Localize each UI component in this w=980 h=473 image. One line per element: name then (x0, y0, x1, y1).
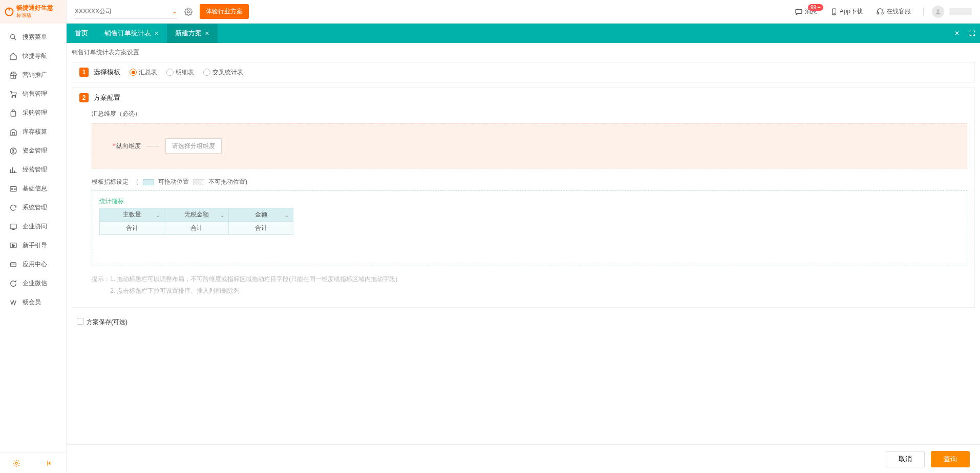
company-selector[interactable]: XXXXXX公司 ⌄ (75, 5, 177, 19)
sidebar-item-label: 销售管理 (23, 90, 47, 98)
svg-rect-13 (11, 263, 16, 267)
radio-dot-icon (130, 69, 137, 76)
step1-card: 1 选择模板 汇总表明细表交叉统计表 (72, 62, 975, 82)
sidebar-item-label: 系统管理 (23, 203, 47, 212)
tab[interactable]: 新建方案✕ (167, 24, 218, 43)
nondraggable-swatch (193, 179, 204, 185)
save-scheme-label: 方案保存(可选) (87, 318, 127, 327)
template-radio-1[interactable]: 明细表 (166, 68, 194, 77)
sidebar-item-0[interactable]: 搜索菜单 (0, 28, 66, 47)
sidebar-item-5[interactable]: 库存核算 (0, 122, 66, 141)
sidebar-item-8[interactable]: 基础信息 (0, 179, 66, 198)
svg-point-14 (15, 462, 17, 464)
radio-dot-icon (166, 69, 174, 76)
tab[interactable]: 首页 (67, 24, 96, 43)
hint-line-0: 提示：1. 拖动标题栏可以调整布局，不可跨维度或指标区域拖动栏目字段(只能在同一… (92, 273, 967, 285)
phone-icon (830, 8, 838, 16)
stat-column-header-0[interactable]: 主数量⌄ (100, 208, 164, 222)
step2-label: 方案配置 (94, 93, 120, 102)
tab-label: 首页 (75, 29, 88, 38)
message-icon (795, 8, 803, 16)
app-download-label: App下载 (840, 7, 863, 16)
close-icon[interactable]: ✕ (154, 30, 159, 37)
sidebar-item-9[interactable]: 系统管理 (0, 198, 66, 217)
gift-icon (9, 71, 17, 79)
brand-logo: 畅捷通好生意 标准版 (0, 0, 66, 24)
online-service-label: 在线客服 (886, 7, 911, 16)
sidebar-item-7[interactable]: 经营管理 (0, 160, 66, 179)
sidebar-item-10[interactable]: 企业协同 (0, 217, 66, 236)
dimension-placeholder: 请选择分组维度 (172, 142, 215, 150)
svg-point-10 (12, 188, 13, 189)
experience-button[interactable]: 体验行业方案 (200, 4, 249, 19)
chevron-down-icon[interactable]: ⌄ (156, 212, 160, 218)
step1-number: 1 (79, 68, 89, 77)
sidebar-item-6[interactable]: 资金管理 (0, 141, 66, 160)
sidebar-item-label: 经营管理 (23, 165, 47, 174)
page-title: 销售订单统计表方案设置 (67, 43, 980, 62)
sidebar-item-label: 基础信息 (23, 184, 47, 193)
dimension-selector[interactable]: 请选择分组维度 (165, 138, 222, 154)
svg-point-2 (11, 34, 15, 38)
chevron-down-icon[interactable]: ⌄ (220, 212, 224, 218)
fullscreen-icon[interactable] (965, 24, 980, 43)
radio-dot-icon (203, 69, 210, 76)
stat-column-header-1[interactable]: 无税金额⌄ (164, 208, 229, 222)
play-icon (9, 242, 17, 250)
messages-badge: 99 + (808, 4, 823, 11)
query-button[interactable]: 查询 (931, 451, 970, 467)
chevron-down-icon: ⌄ (172, 8, 177, 15)
headset-icon (876, 8, 884, 16)
dimension-section-title: 汇总维度（必选） (92, 110, 967, 118)
sidebar-item-label: 畅会员 (23, 298, 41, 307)
sidebar-item-label: 快捷导航 (23, 52, 47, 60)
stat-column-header-2[interactable]: 金额⌄ (229, 208, 293, 222)
sidebar-item-13[interactable]: 企业微信 (0, 274, 66, 293)
chart-icon (9, 166, 17, 174)
cancel-button[interactable]: 取消 (886, 451, 925, 467)
sidebar-item-1[interactable]: 快捷导航 (0, 47, 66, 66)
brand-edition: 标准版 (16, 12, 53, 19)
app-download-button[interactable]: App下载 (826, 7, 867, 16)
tab[interactable]: 销售订单统计表✕ (96, 24, 167, 43)
tab-label: 销售订单统计表 (104, 29, 151, 38)
card-icon (9, 185, 17, 193)
vip-icon (9, 298, 17, 307)
hint-area: 提示：1. 拖动标题栏可以调整布局，不可跨维度或指标区域拖动栏目字段(只能在同一… (92, 273, 967, 297)
apps-icon (9, 261, 17, 269)
settings-icon[interactable] (12, 459, 20, 467)
chevron-down-icon[interactable]: ⌄ (285, 212, 289, 218)
close-all-tabs-icon[interactable]: ✕ (949, 24, 965, 43)
nondraggable-label: 不可拖动位置) (208, 178, 247, 186)
collab-icon (9, 223, 17, 231)
user-name[interactable] (949, 8, 972, 15)
online-service-button[interactable]: 在线客服 (872, 7, 915, 16)
stat-total-cell-2: 合计 (229, 222, 293, 235)
sync-icon (9, 204, 17, 212)
close-icon[interactable]: ✕ (205, 30, 209, 37)
sidebar-item-14[interactable]: 畅会员 (0, 293, 66, 312)
step2-number: 2 (79, 93, 89, 102)
save-scheme-checkbox[interactable] (77, 318, 83, 325)
sidebar-item-3[interactable]: 销售管理 (0, 84, 66, 103)
gear-icon[interactable] (182, 8, 195, 16)
svg-point-16 (187, 11, 189, 13)
template-radio-2[interactable]: 交叉统计表 (203, 68, 243, 77)
svg-point-5 (12, 96, 13, 97)
template-radio-group: 汇总表明细表交叉统计表 (130, 68, 243, 77)
sidebar-item-11[interactable]: 新手引导 (0, 236, 66, 255)
separator (923, 8, 924, 16)
dimension-label: *纵向维度 (113, 142, 141, 150)
radio-label: 交叉统计表 (212, 68, 243, 77)
step2-card: 2 方案配置 汇总维度（必选） *纵向维度 请选择分组维度 模板指标设定 (72, 88, 975, 308)
sidebar-item-2[interactable]: 营销推广 (0, 66, 66, 84)
sidebar-item-12[interactable]: 应用中心 (0, 255, 66, 274)
svg-point-22 (937, 9, 940, 12)
messages-button[interactable]: 消息 99 + (791, 7, 821, 16)
sidebar-item-4[interactable]: 采购管理 (0, 103, 66, 122)
template-radio-0[interactable]: 汇总表 (130, 68, 157, 77)
collapse-icon[interactable] (46, 459, 54, 467)
svg-rect-21 (882, 12, 883, 14)
avatar[interactable] (932, 6, 944, 18)
cart-icon (9, 90, 17, 98)
